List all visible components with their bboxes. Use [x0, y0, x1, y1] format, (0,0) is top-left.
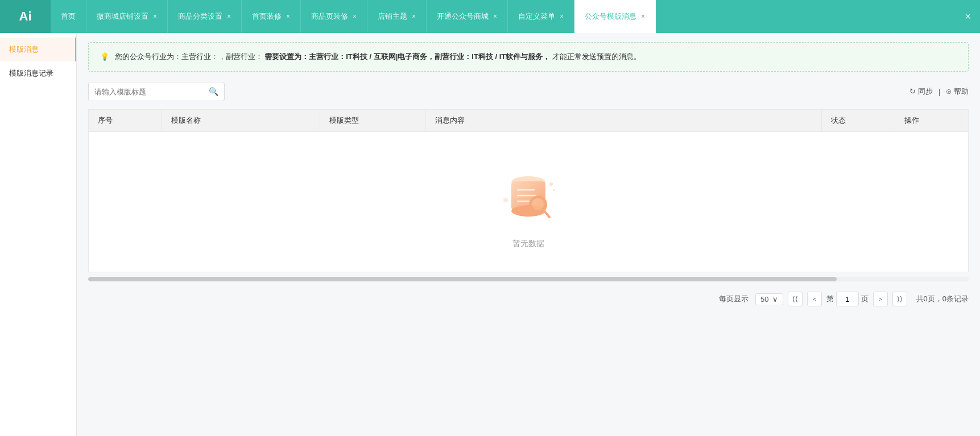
table-empty-row: 暂无数据	[89, 132, 969, 272]
first-page-button[interactable]: ⟨⟨	[788, 292, 803, 306]
sidebar: 模版消息模版消息记录	[0, 33, 77, 436]
table-container: 序号模版名称模版类型消息内容状态操作	[88, 109, 969, 272]
pagination: 每页显示 50 ∨ ⟨⟨ ＜ 第 页 ＞ ⟩⟩ 共0页，0条记录	[88, 286, 969, 309]
nav-tab-store-theme[interactable]: 店铺主题 ×	[367, 0, 427, 33]
svg-point-11	[503, 198, 508, 202]
divider: |	[938, 88, 940, 96]
brand-label: Ai	[19, 9, 32, 24]
chevron-down-icon: ∨	[772, 295, 778, 304]
nav-tab-product-decoration[interactable]: 商品页装修 ×	[301, 0, 367, 33]
nav-tab-close-product-decoration[interactable]: ×	[353, 13, 357, 20]
nav-tab-custom-menu[interactable]: 自定义菜单 ×	[508, 0, 574, 33]
nav-tab-close-custom-menu[interactable]: ×	[560, 13, 564, 20]
per-page-label: 每页显示	[719, 294, 749, 304]
help-label: 帮助	[954, 87, 969, 95]
search-bar: 🔍 ↻ 同步 | ⊙ 帮助	[88, 82, 969, 101]
empty-illustration	[497, 166, 560, 229]
page-number-input[interactable]	[836, 292, 859, 306]
page-label-post: 页	[861, 294, 869, 304]
per-page-value: 50	[760, 295, 768, 304]
data-table: 序号模版名称模版类型消息内容状态操作	[88, 109, 969, 272]
col-header-status: 状态	[822, 110, 895, 132]
notice-suffix: 才能正常发送预置的消息。	[552, 52, 641, 61]
nav-tab-open-shop[interactable]: 开通公众号商城 ×	[427, 0, 508, 33]
svg-line-8	[544, 210, 549, 217]
svg-point-10	[553, 189, 555, 191]
per-page-select[interactable]: 50 ∨	[755, 293, 783, 305]
nav-tab-close-shop-settings[interactable]: ×	[153, 13, 157, 20]
help-button[interactable]: ⊙ 帮助	[946, 86, 969, 97]
table-header-row: 序号模版名称模版类型消息内容状态操作	[89, 110, 969, 132]
nav-tab-close-store-theme[interactable]: ×	[412, 13, 416, 20]
scrollbar-thumb	[88, 277, 837, 281]
page-label-pre: 第	[826, 294, 834, 304]
main-layout: 模版消息模版消息记录 💡 您的公众号行业为：主营行业：，副营行业： 需要设置为：…	[0, 33, 980, 436]
notice-icon: 💡	[100, 52, 109, 61]
nav-tab-template-msg[interactable]: 公众号模版消息 ×	[574, 0, 656, 33]
notice-prefix: 您的公众号行业为：主营行业：，副营行业：	[115, 52, 263, 61]
prev-page-button[interactable]: ＜	[807, 292, 822, 306]
help-icon: ⊙	[946, 87, 952, 95]
nav-tab-close-home-decoration[interactable]: ×	[286, 13, 290, 20]
page-input-group: 第 页	[826, 292, 869, 306]
close-all-button[interactable]: ×	[956, 11, 980, 23]
sync-button[interactable]: ↻ 同步	[909, 86, 933, 97]
table-header: 序号模版名称模版类型消息内容状态操作	[89, 110, 969, 132]
nav-tab-close-template-msg[interactable]: ×	[641, 13, 645, 20]
nav-tab-shop-settings[interactable]: 微商城店铺设置 ×	[86, 0, 168, 33]
sync-icon: ↻	[909, 87, 916, 95]
nav-tab-close-open-shop[interactable]: ×	[493, 13, 497, 20]
top-nav: Ai 首页微商城店铺设置 ×商品分类设置 ×首页装修 ×商品页装修 ×店铺主题 …	[0, 0, 980, 33]
empty-text: 暂无数据	[512, 239, 544, 249]
notice-highlight: 需要设置为：主营行业：IT科技 / 互联网|电子商务，副营行业：IT科技 / I…	[264, 52, 550, 61]
notice-box: 💡 您的公众号行业为：主营行业：，副营行业： 需要设置为：主营行业：IT科技 /…	[88, 42, 969, 72]
nav-tabs: 首页微商城店铺设置 ×商品分类设置 ×首页装修 ×商品页装修 ×店铺主题 ×开通…	[51, 0, 956, 33]
toolbar-right: ↻ 同步 | ⊙ 帮助	[909, 86, 969, 97]
total-info: 共0页，0条记录	[916, 294, 969, 304]
col-header-index: 序号	[89, 110, 162, 132]
next-page-button[interactable]: ＞	[873, 292, 888, 306]
search-input[interactable]	[94, 88, 209, 96]
search-input-wrap: 🔍	[88, 82, 225, 101]
sync-label: 同步	[918, 87, 933, 95]
nav-tab-product-category[interactable]: 商品分类设置 ×	[168, 0, 242, 33]
nav-tab-home[interactable]: 首页	[51, 0, 86, 33]
brand-logo: Ai	[0, 0, 51, 33]
col-header-name: 模版名称	[162, 110, 320, 132]
nav-tab-home-decoration[interactable]: 首页装修 ×	[242, 0, 301, 33]
content-area: 💡 您的公众号行业为：主营行业：，副营行业： 需要设置为：主营行业：IT科技 /…	[77, 33, 980, 436]
svg-point-9	[549, 182, 553, 186]
horizontal-scrollbar[interactable]	[88, 277, 969, 281]
col-header-type: 模版类型	[320, 110, 426, 132]
nav-tab-close-product-category[interactable]: ×	[227, 13, 231, 20]
sidebar-item-template-msg[interactable]: 模版消息	[0, 38, 76, 61]
col-header-content: 消息内容	[426, 110, 822, 132]
table-body: 暂无数据	[89, 132, 969, 272]
empty-state: 暂无数据	[89, 132, 968, 272]
search-button[interactable]: 🔍	[209, 87, 218, 96]
col-header-action: 操作	[895, 110, 969, 132]
svg-point-7	[532, 199, 544, 210]
last-page-button[interactable]: ⟩⟩	[892, 292, 907, 306]
sidebar-item-template-msg-log[interactable]: 模版消息记录	[0, 61, 76, 85]
